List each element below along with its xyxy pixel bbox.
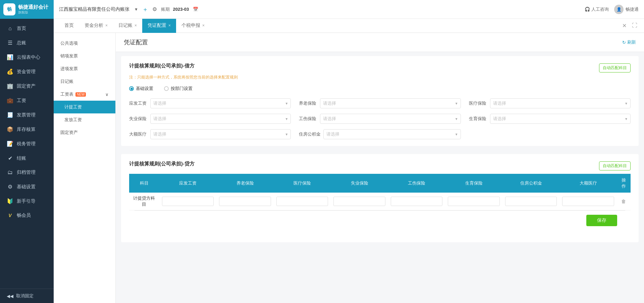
tab-funds[interactable]: 资金分析 ×	[79, 19, 113, 33]
tab-voucher-close[interactable]: ×	[168, 23, 171, 28]
debit-note: 注：只能选择一种方式，系统将按照您当前的选择来配置规则	[129, 74, 631, 80]
left-menu-journal[interactable]: 日记账	[54, 75, 115, 88]
col-action: 操作	[617, 174, 631, 193]
col-sybx: 失业保险	[331, 174, 388, 193]
sidebar-item-ledger[interactable]: ☰ 总账	[0, 36, 54, 50]
table-head: 科目 应发工资 养老保险 医疗保险 失业保险 工伤保险 生育保险 住房公积金 大…	[129, 174, 631, 193]
sidebar-nav: ⌂ 首页 ☰ 总账 📊 云报表中心 💰 资金管理 🏢 固定资产 💼 工资 🧾 发…	[0, 19, 54, 289]
tab-expand-icon[interactable]: ⛶	[631, 21, 639, 30]
sidebar-item-settings[interactable]: ⚙ 基础设置	[0, 180, 54, 194]
select-zfgjj[interactable]: 请选择	[323, 129, 461, 139]
sidebar-item-member[interactable]: V 畅会员	[0, 208, 54, 222]
checkout-icon: ✔	[7, 155, 13, 161]
radio-basic[interactable]: 基础设置	[129, 86, 153, 92]
period-label: 账期 2023-03	[161, 6, 189, 12]
tab-tax-close[interactable]: ×	[202, 23, 205, 28]
credit-auto-match-button[interactable]: 自动匹配科目	[599, 161, 631, 170]
sidebar-item-invoice[interactable]: 🧾 发票管理	[0, 108, 54, 122]
add-company-icon[interactable]: ＋	[142, 5, 148, 13]
topbar: 江西服宝精品有限责任公司内账张 ▼ ＋ ⚙ 账期 2023-03 📅 🎧 人工咨…	[54, 0, 644, 19]
col-yfgz: 应发工资	[159, 174, 216, 193]
tab-home[interactable]: 首页	[59, 19, 79, 33]
save-button[interactable]: 保存	[586, 215, 617, 226]
table-body: 计提贷方科目 🗑	[129, 193, 631, 210]
label-gsbx: 工伤保险	[299, 116, 317, 122]
company-dropdown-icon[interactable]: ▼	[134, 7, 138, 12]
settings-icon: ⚙	[7, 184, 13, 190]
left-menu-sales[interactable]: 销项发票	[54, 50, 115, 62]
topbar-settings-icon[interactable]: ⚙	[152, 6, 157, 12]
left-menu-payroll[interactable]: 工资表 NEW ∨	[54, 88, 115, 101]
user-button[interactable]: 👤 畅捷通	[614, 5, 639, 14]
left-menu-purchase[interactable]: 进项发票	[54, 62, 115, 75]
left-menu-pay-salary[interactable]: 发放工资	[54, 113, 115, 126]
tab-tax[interactable]: 个税申报 ×	[176, 19, 210, 33]
tab-funds-close[interactable]: ×	[105, 23, 108, 28]
sidebar-item-inventory[interactable]: 📦 库存核算	[0, 122, 54, 137]
sidebar-item-checkout[interactable]: ✔ 结账	[0, 151, 54, 165]
left-menu-calc-salary[interactable]: 计提工资	[54, 101, 115, 113]
col-subject: 科目	[129, 174, 159, 193]
input-ylbx[interactable]	[219, 197, 271, 206]
guide-icon: 🔰	[7, 198, 13, 204]
cancel-pin-button[interactable]: ◀◀ 取消固定	[0, 289, 54, 303]
sidebar-item-tax[interactable]: 📝 税务管理	[0, 137, 54, 151]
sidebar-item-archive[interactable]: 🗂 归档管理	[0, 165, 54, 180]
sidebar-item-funds[interactable]: 💰 资金管理	[0, 64, 54, 79]
tab-close-all-icon[interactable]: ✕	[621, 21, 628, 30]
tabbar: 首页 资金分析 × 日记账 × 凭证配置 × 个税申报 × ✕ ⛶	[54, 19, 644, 33]
page-title: 凭证配置	[124, 38, 148, 46]
input-sybx[interactable]	[333, 197, 385, 206]
select-zfgjj-arrow: ▼	[455, 133, 458, 136]
tab-journal[interactable]: 日记账 ×	[113, 19, 142, 33]
form-item-zfgjj: 住房公积金 请选择 ▼	[299, 129, 461, 139]
delete-row-icon[interactable]: 🗑	[621, 199, 626, 204]
sidebar-item-assets[interactable]: 🏢 固定资产	[0, 79, 54, 93]
refresh-button[interactable]: ↻ 刷新	[622, 39, 636, 45]
table-header-row: 科目 应发工资 养老保险 医疗保险 失业保险 工伤保险 生育保险 住房公积金 大…	[129, 174, 631, 193]
input-zfgjj[interactable]	[505, 197, 557, 206]
cell-yfgz	[159, 193, 216, 210]
select-sybx2-arrow: ▼	[625, 117, 628, 121]
page-header: 凭证配置 ↻ 刷新	[116, 33, 644, 52]
assets-icon: 🏢	[7, 83, 13, 89]
select-sybx[interactable]: 请选择	[150, 114, 291, 124]
input-yfgz[interactable]	[162, 197, 214, 206]
funds-icon: 💰	[7, 68, 13, 75]
select-sybx2-wrapper: 请选择 ▼	[490, 114, 631, 124]
tab-voucher[interactable]: 凭证配置 ×	[142, 19, 176, 33]
input-sybx2[interactable]	[448, 197, 499, 206]
tab-journal-close[interactable]: ×	[135, 23, 137, 28]
avatar-icon: 👤	[616, 7, 622, 12]
sidebar: 畅 畅捷通好会计 旗舰版 ⌂ 首页 ☰ 总账 📊 云报表中心 💰 资金管理 🏢 …	[0, 0, 54, 303]
select-yfgz[interactable]: 请选择	[150, 98, 291, 108]
select-sybx2[interactable]: 请选择	[490, 114, 631, 124]
col-ylbx: 养老保险	[216, 174, 273, 193]
sidebar-item-reports[interactable]: 📊 云报表中心	[0, 50, 54, 64]
left-menu-public[interactable]: 公共选项	[54, 37, 115, 50]
select-ylbx2[interactable]: 请选择	[490, 98, 631, 108]
select-ylbx[interactable]: 请选择	[320, 98, 461, 108]
sidebar-item-salary[interactable]: 💼 工资	[0, 93, 54, 108]
select-sybx-arrow: ▼	[285, 117, 288, 121]
label-dely: 大额医疗	[129, 131, 148, 137]
input-gsbx[interactable]	[391, 197, 442, 206]
select-gsbx[interactable]: 请选择	[320, 114, 461, 124]
reports-icon: 📊	[7, 54, 13, 60]
debit-auto-match-button[interactable]: 自动匹配科目	[599, 63, 631, 72]
col-dely: 大额医疗	[559, 174, 616, 193]
select-ylbx2-wrapper: 请选择 ▼	[490, 98, 631, 108]
sidebar-item-home[interactable]: ⌂ 首页	[0, 21, 54, 36]
radio-dept[interactable]: 按部门设置	[164, 86, 193, 92]
service-button[interactable]: 🎧 人工咨询	[585, 6, 609, 12]
left-menu-fixed[interactable]: 固定资产	[54, 126, 115, 139]
sidebar-item-guide[interactable]: 🔰 新手引导	[0, 194, 54, 208]
select-sybx-wrapper: 请选择 ▼	[150, 114, 291, 124]
member-icon: V	[7, 213, 13, 218]
input-ylbx2[interactable]	[276, 197, 328, 206]
select-dely[interactable]: 请选择	[150, 129, 291, 139]
logo-text: 畅捷通好会计 旗舰版	[18, 4, 48, 15]
input-dely[interactable]	[562, 197, 614, 206]
calendar-icon[interactable]: 📅	[193, 7, 198, 12]
save-area: 保存	[135, 210, 625, 230]
